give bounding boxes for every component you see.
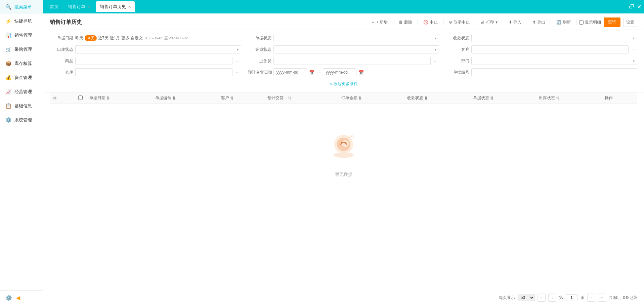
sort-delivery-icon: ⇅ <box>288 96 291 101</box>
refresh-button[interactable]: 🔄 刷新 <box>554 18 573 27</box>
delivery-date-start[interactable] <box>273 68 307 76</box>
print-button[interactable]: 🖨 打印 ▾ <box>478 18 500 27</box>
show-detail-checkbox[interactable] <box>579 20 584 25</box>
import-button[interactable]: ⬇ 导入 <box>506 18 524 27</box>
filter-customer: 客户 ··· <box>446 45 637 53</box>
sidebar-item-sales-mgmt[interactable]: 📊 销售管理 <box>0 28 43 42</box>
department-select[interactable] <box>471 57 637 65</box>
ship-status-select[interactable] <box>75 45 241 53</box>
sort-no-icon: ⇅ <box>172 96 176 101</box>
filter-payment-status: 收款状态 ▾ <box>446 34 637 42</box>
product-input[interactable] <box>75 57 232 65</box>
sidebar-item-ops-mgmt[interactable]: 📈 经营管理 <box>0 85 43 99</box>
stop-button[interactable]: 🚫 中止 <box>421 18 440 27</box>
cancel-stop-button[interactable]: ⊘ 取消中止 <box>446 18 472 27</box>
new-button[interactable]: ＋ + 新增 <box>368 18 390 27</box>
collapse-conditions-btn[interactable]: ∧ 收起更多条件 <box>50 80 637 88</box>
payment-status-select[interactable] <box>471 34 637 42</box>
select-all-checkbox[interactable] <box>78 96 83 100</box>
tab-sales-order-history-close[interactable]: ✕ <box>128 5 131 9</box>
customer-input[interactable] <box>471 45 629 53</box>
date-7days-btn[interactable]: 近7天 <box>98 35 109 41</box>
sidebar-item-purchase-mgmt[interactable]: 🛒 采购管理 <box>0 42 43 56</box>
delivery-date-end-calendar-icon[interactable]: 📅 <box>358 70 364 75</box>
date-filter-label: 单据日期 <box>50 35 73 41</box>
col-settings-btn[interactable]: ⚙ <box>50 92 75 104</box>
order-no-input[interactable] <box>471 68 637 76</box>
sidebar-collapse-icon[interactable]: ◀ <box>16 295 20 301</box>
salesperson-input[interactable] <box>273 57 431 65</box>
complete-status-select[interactable] <box>273 45 439 53</box>
department-label: 部门 <box>446 58 469 64</box>
settings-button[interactable]: 设置 <box>623 18 637 27</box>
topbar-right: 🗗 ✕ <box>629 4 641 10</box>
refresh-label: 刷新 <box>563 20 571 25</box>
new-icon: ＋ <box>371 20 375 25</box>
order-status-select[interactable] <box>273 34 439 42</box>
last-page-button[interactable]: » <box>598 294 606 302</box>
order-no-label: 单据编号 <box>446 70 469 75</box>
prev-page-button[interactable]: ‹ <box>548 294 556 302</box>
date-1month-btn[interactable]: 近1月 <box>110 35 120 41</box>
next-page-button[interactable]: › <box>587 294 595 302</box>
sort-order-status-btn[interactable]: 单据状态 ⇅ <box>473 95 532 101</box>
sort-date-btn[interactable]: 单据日期 ⇅ <box>89 95 148 101</box>
delivery-date-end[interactable] <box>323 68 356 76</box>
col-header-delivery: 预计交货... ⇅ <box>264 92 338 104</box>
date-today-btn[interactable]: 今天 <box>85 35 97 41</box>
salesperson-dots-icon[interactable]: ··· <box>433 58 439 64</box>
col-select-all[interactable] <box>75 92 86 104</box>
sort-amount-btn[interactable]: 订单金额 ⇅ <box>341 95 400 101</box>
sidebar-item-fund-mgmt[interactable]: 💰 资金管理 <box>0 71 43 85</box>
tab-sales-order-close[interactable]: ✕ <box>87 5 90 9</box>
date-range-value: 2023-06-02 至 2023-06-02 <box>144 36 188 41</box>
ops-mgmt-icon: 📈 <box>5 89 12 95</box>
sidebar-label-quick-nav: 快捷导航 <box>14 18 32 24</box>
product-label: 商品 <box>50 58 73 64</box>
sidebar-item-basic-info[interactable]: 📋 基础信息 <box>0 99 43 113</box>
warehouse-input[interactable] <box>75 68 232 76</box>
sort-customer-btn[interactable]: 客户 ⇅ <box>221 95 261 101</box>
search-menu-icon: 🔍 <box>5 4 12 10</box>
date-custom-btn[interactable]: 自定义 <box>131 35 143 41</box>
print-dropdown-icon: ▾ <box>496 20 498 25</box>
empty-state: 暂无数据 <box>50 104 637 204</box>
settings-label: 设置 <box>626 20 634 25</box>
sidebar-label-system-mgmt: 系统管理 <box>14 117 32 123</box>
export-button[interactable]: ⬆ 导出 <box>530 18 548 27</box>
empty-text: 暂无数据 <box>335 171 352 178</box>
sort-ship-status-btn[interactable]: 出库状态 ⇅ <box>539 95 598 101</box>
sidebar-item-quick-nav[interactable]: ⚡ 快捷导航 <box>0 14 43 28</box>
delete-button[interactable]: 🗑 删除 <box>396 18 415 27</box>
delivery-date-start-calendar-icon[interactable]: 📅 <box>309 70 314 75</box>
sort-delivery-btn[interactable]: 预计交货... ⇅ <box>267 95 335 101</box>
product-dots-icon[interactable]: ··· <box>234 58 241 64</box>
customer-dots-icon[interactable]: ··· <box>631 47 637 52</box>
first-page-button[interactable]: « <box>538 294 546 302</box>
date-more-btn[interactable]: 更多 <box>121 35 129 41</box>
sidebar-item-inventory-check[interactable]: 📦 库存核算 <box>0 56 43 71</box>
sidebar-item-search-menu[interactable]: 🔍 搜索菜单 <box>0 0 43 14</box>
page-number-input[interactable] <box>566 294 578 301</box>
query-button[interactable]: 查询 <box>604 17 620 27</box>
col-header-customer: 客户 ⇅ <box>218 92 264 104</box>
sidebar-label-ops-mgmt: 经营管理 <box>14 89 32 95</box>
page-size-select[interactable]: 50 20 100 <box>518 294 535 301</box>
delete-label: 删除 <box>404 20 412 25</box>
sidebar-item-system-mgmt[interactable]: ⚙️ 系统管理 <box>0 113 43 127</box>
filter-row-2: 出库状态 ▾ 完成状态 ▾ <box>50 45 637 53</box>
show-detail-toggle[interactable]: 显示明细 <box>579 20 601 25</box>
window-restore-icon[interactable]: 🗗 <box>629 4 634 10</box>
date-yesterday-btn[interactable]: 昨天 <box>75 35 83 41</box>
sidebar-settings-icon[interactable]: ⚙️ <box>5 295 12 301</box>
tab-sales-order[interactable]: 销售订单 ✕ <box>64 1 94 12</box>
sort-no-btn[interactable]: 单据编号 ⇅ <box>155 95 214 101</box>
window-close-icon[interactable]: ✕ <box>637 4 641 10</box>
col-header-payment-status: 收款状态 ⇅ <box>404 92 470 104</box>
toolbar-divider-5 <box>503 20 503 25</box>
tab-home[interactable]: 首页 <box>46 1 62 12</box>
warehouse-dots-icon[interactable]: ··· <box>234 70 241 75</box>
sort-payment-status-btn[interactable]: 收款状态 ⇅ <box>407 95 466 101</box>
tab-sales-order-history[interactable]: 销售订单历史 ✕ <box>96 1 135 12</box>
inventory-check-icon: 📦 <box>5 61 12 67</box>
